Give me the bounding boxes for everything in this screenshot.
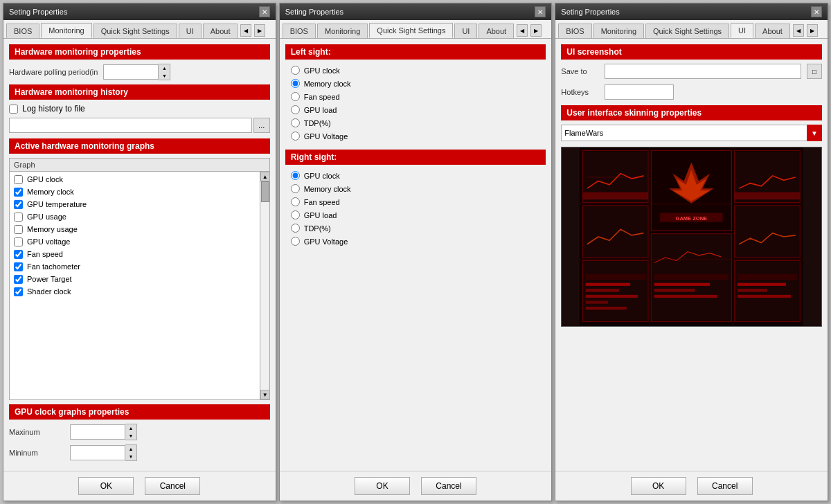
cancel-button-2[interactable]: Cancel [421, 477, 476, 495]
tab-ui-1[interactable]: UI [179, 24, 202, 38]
cancel-button-1[interactable]: Cancel [145, 477, 200, 495]
svg-rect-29 [738, 295, 791, 298]
scroll-thumb[interactable] [261, 181, 269, 202]
tab-nav-right-3[interactable]: ▶ [807, 24, 818, 37]
tab-about-2[interactable]: About [479, 24, 514, 38]
close-button-1[interactable]: ✕ [259, 6, 270, 17]
max-input[interactable]: 4000 [70, 424, 125, 440]
save-browse-btn[interactable]: □ [807, 64, 822, 79]
tab-nav-right-1[interactable]: ▶ [254, 24, 265, 37]
ok-button-2[interactable]: OK [355, 477, 410, 495]
item-checkbox-0[interactable] [14, 175, 23, 184]
min-up-btn[interactable]: ▲ [125, 445, 136, 453]
tab-quicksight-3[interactable]: Quick Sight Settings [645, 24, 729, 38]
item-checkbox-4[interactable] [14, 225, 23, 234]
tab-nav-left-3[interactable]: ◀ [793, 24, 804, 37]
tab-about-1[interactable]: About [203, 24, 238, 38]
history-browse-btn[interactable]: ... [253, 118, 270, 133]
tab-ui-3[interactable]: UI [731, 23, 753, 38]
hotkeys-label: Hotkeys [561, 88, 599, 96]
tab-bios-1[interactable]: BIOS [6, 24, 39, 38]
right-radio-input-2[interactable] [291, 197, 300, 206]
tab-nav-right-2[interactable]: ▶ [530, 24, 542, 37]
tab-bios-3[interactable]: BIOS [558, 24, 591, 38]
left-radio-5: GPU Voltage [285, 129, 546, 143]
window-content-2: Left sight: GPU clock Memory clock Fan s… [280, 39, 552, 471]
max-spinner: 4000 ▲ ▼ [70, 424, 137, 440]
polling-up-btn[interactable]: ▲ [159, 64, 170, 72]
scroll-down-btn[interactable]: ▼ [260, 390, 269, 399]
left-radio-input-0[interactable] [291, 66, 300, 75]
item-checkbox-8[interactable] [14, 275, 23, 284]
title-text-1: Seting Properties [9, 8, 67, 16]
scroll-up-btn[interactable]: ▲ [260, 172, 269, 181]
skin-preview: GAME ZONE [561, 147, 822, 327]
item-checkbox-9[interactable] [14, 287, 23, 296]
tab-quicksight-2[interactable]: Quick Sight Settings [369, 23, 453, 38]
item-checkbox-5[interactable] [14, 237, 23, 246]
tab-monitoring-3[interactable]: Monitoring [593, 24, 644, 38]
max-up-btn[interactable]: ▲ [125, 424, 136, 432]
left-radio-input-2[interactable] [291, 92, 300, 101]
left-radio-input-4[interactable] [291, 118, 300, 127]
right-radio-1: Memory clock [285, 182, 546, 195]
history-path-input[interactable]: E:\GameZone.txt [9, 118, 252, 133]
right-radio-input-4[interactable] [291, 224, 300, 233]
right-radio-label-0: GPU clock [304, 172, 340, 180]
log-history-label: Log history to file [22, 104, 85, 114]
right-radio-input-0[interactable] [291, 171, 300, 180]
cancel-button-3[interactable]: Cancel [697, 477, 753, 495]
graphs-list-scroll: GPU clock Memory clock GPU temperature G… [10, 172, 269, 399]
svg-rect-23 [654, 289, 695, 291]
max-down-btn[interactable]: ▼ [125, 432, 136, 440]
tab-bios-2[interactable]: BIOS [283, 24, 316, 38]
min-input[interactable]: 0 [70, 445, 125, 460]
left-radio-label-3: GPU load [304, 106, 337, 114]
polling-down-btn[interactable]: ▼ [159, 72, 170, 80]
graphs-list-items: GPU clock Memory clock GPU temperature G… [10, 172, 269, 299]
left-radio-input-5[interactable] [291, 132, 300, 141]
max-row: Maxinum 4000 ▲ ▼ [9, 424, 270, 440]
polling-spinner: 1000 ▲ ▼ [103, 64, 170, 80]
item-checkbox-7[interactable] [14, 262, 23, 271]
left-radio-input-1[interactable] [291, 79, 300, 88]
tab-monitoring-1[interactable]: Monitoring [41, 23, 91, 38]
svg-rect-11 [583, 206, 649, 258]
polling-input[interactable]: 1000 [103, 64, 159, 80]
item-label-8: Power Target [27, 275, 72, 283]
item-checkbox-6[interactable] [14, 250, 23, 259]
hotkey-input[interactable]: Ctrl + Q [605, 84, 674, 100]
close-button-3[interactable]: ✕ [811, 6, 822, 17]
tab-ui-2[interactable]: UI [454, 24, 477, 38]
item-checkbox-3[interactable] [14, 213, 23, 222]
right-radio-label-5: GPU Voltage [304, 237, 348, 246]
left-radio-input-3[interactable] [291, 105, 300, 114]
tab-nav-left-1[interactable]: ◀ [240, 24, 251, 37]
min-row: Mininum 0 ▲ ▼ [9, 444, 270, 461]
tab-about-3[interactable]: About [755, 24, 790, 38]
ok-button-3[interactable]: OK [631, 477, 686, 495]
tab-quicksight-1[interactable]: Quick Sight Settings [93, 24, 177, 38]
left-radio-4: TDP(%) [285, 116, 546, 129]
right-radio-input-5[interactable] [291, 237, 300, 246]
svg-rect-27 [738, 283, 786, 286]
min-down-btn[interactable]: ▼ [125, 453, 136, 460]
svg-rect-16 [586, 289, 619, 291]
close-button-2[interactable]: ✕ [535, 6, 546, 17]
min-spinner-btns: ▲ ▼ [125, 444, 137, 461]
tab-nav-left-2[interactable]: ◀ [517, 24, 528, 37]
item-label-7: Fan tachometer [27, 262, 80, 271]
item-checkbox-2[interactable] [14, 200, 23, 209]
tab-monitoring-2[interactable]: Monitoring [317, 24, 368, 38]
svg-rect-28 [738, 289, 767, 291]
save-to-input[interactable]: C:\Users\Administrator\Desktop [605, 64, 801, 79]
graphs-scrollbar[interactable]: ▲ ▼ [260, 172, 269, 399]
right-radio-input-1[interactable] [291, 184, 300, 193]
left-radio-0: GPU clock [285, 64, 546, 77]
right-radio-label-1: Memory clock [304, 185, 351, 193]
item-checkbox-1[interactable] [14, 188, 23, 197]
right-radio-input-3[interactable] [291, 210, 300, 219]
skin-select[interactable]: FlameWars Default Dark [561, 125, 822, 141]
ok-button-1[interactable]: OK [78, 477, 134, 495]
log-history-checkbox[interactable] [9, 105, 18, 114]
